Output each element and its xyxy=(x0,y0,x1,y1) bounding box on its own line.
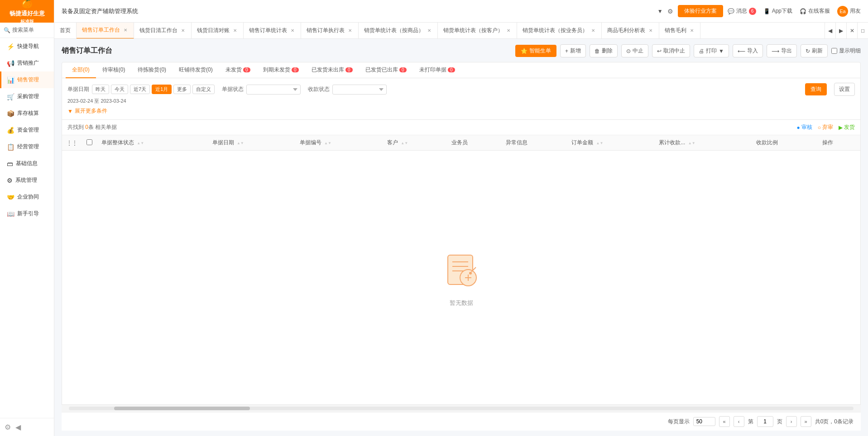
export-btn[interactable]: ⟶ 导出 xyxy=(767,44,797,57)
tab-cash-daily-close[interactable]: ✕ xyxy=(180,27,186,34)
tab-gross-margin[interactable]: 商品毛利分析表 ✕ xyxy=(602,23,659,39)
sidebar-item-system[interactable]: ⚙ 系统管理 xyxy=(0,172,54,189)
col-amount[interactable]: 订单金额 ▲▼ xyxy=(567,135,654,151)
sub-tab-pending-review[interactable]: 待审核(0) xyxy=(96,62,132,78)
date-btn-last7[interactable]: 近7天 xyxy=(130,85,150,94)
horizontal-scrollbar[interactable] xyxy=(62,405,861,412)
page-size-select[interactable]: 50 10 20 100 xyxy=(693,417,715,426)
query-btn[interactable]: 查询 xyxy=(805,83,827,95)
sub-tab-not-printed[interactable]: 未打印单据 0 xyxy=(413,62,461,78)
app-download-btn[interactable]: 📱 App下载 xyxy=(763,7,792,15)
user-profile-btn[interactable]: Ea 用友 xyxy=(837,6,861,17)
scroll-thumb[interactable] xyxy=(114,407,250,410)
tab-sales-stat-staff[interactable]: 销货单统计表（按业务员） ✕ xyxy=(517,23,602,39)
tab-cash-reconcile[interactable]: 钱货日清对账 ✕ xyxy=(192,23,244,39)
sidebar-item-operations[interactable]: 📋 经营管理 xyxy=(0,138,54,155)
sidebar-collapse-btn[interactable]: ◀ xyxy=(15,423,21,431)
cancel-stop-btn[interactable]: ↩ 取消中止 xyxy=(652,44,690,57)
tab-sales-stat-customer[interactable]: 销货单统计表（按客户） ✕ xyxy=(438,23,517,39)
tab-sales-stat-staff-close[interactable]: ✕ xyxy=(590,27,596,34)
sub-tab-shipped-out[interactable]: 已发货已出库 0 xyxy=(359,62,413,78)
show-detail-checkbox[interactable] xyxy=(831,48,837,54)
sub-tab-not-shipped[interactable]: 未发货 0 xyxy=(219,62,257,78)
tab-expand[interactable]: □ xyxy=(857,23,868,39)
sidebar-item-purchase[interactable]: 🛒 采购管理 xyxy=(0,88,54,105)
tab-home[interactable]: 首页 xyxy=(54,23,77,39)
tab-sales-profit[interactable]: 销售毛利 ✕ xyxy=(659,23,700,39)
tab-sales-exec[interactable]: 销售订单执行表 ✕ xyxy=(301,23,359,39)
sub-tab-wangpu[interactable]: 旺铺待发货(0) xyxy=(173,62,219,78)
sidebar-settings-btn[interactable]: ⚙ xyxy=(5,423,11,431)
sidebar-item-finance[interactable]: 💰 资金管理 xyxy=(0,122,54,138)
tab-sales-order[interactable]: 销售订单工作台 ✕ xyxy=(77,23,134,39)
tab-scroll-left[interactable]: ◀ xyxy=(825,23,835,39)
industry-btn[interactable]: 体验行业方案 xyxy=(678,5,723,17)
tab-sales-order-close[interactable]: ✕ xyxy=(123,27,128,33)
action-cancel-btn[interactable]: ○ 弃审 xyxy=(818,123,833,131)
date-btn-more[interactable]: 更多 xyxy=(173,85,191,94)
action-ship-btn[interactable]: ▶ 发货 xyxy=(839,123,855,131)
sub-tab-all[interactable]: 全部(0) xyxy=(66,62,96,78)
tab-sales-profit-close[interactable]: ✕ xyxy=(689,27,695,34)
page-first-btn[interactable]: « xyxy=(719,416,730,427)
sidebar-item-inventory[interactable]: 📦 库存核算 xyxy=(0,105,54,122)
smart-create-btn[interactable]: ⭐ 智能生单 xyxy=(515,45,556,57)
page-next-btn[interactable]: › xyxy=(786,416,797,427)
sidebar-search[interactable]: 🔍 搜索菜单 xyxy=(0,23,54,38)
payment-select[interactable] xyxy=(332,85,387,95)
sidebar-item-enterprise[interactable]: 🤝 企业协同 xyxy=(0,189,54,205)
col-check[interactable] xyxy=(82,135,97,151)
tab-cash-daily[interactable]: 钱货日清工作台 ✕ xyxy=(134,23,192,39)
settings-icon[interactable]: ⚙ xyxy=(667,8,673,15)
tab-close-all[interactable]: ✕ xyxy=(846,23,857,39)
tab-sales-stat-close[interactable]: ✕ xyxy=(290,27,295,34)
sub-tab-overdue-unshipped[interactable]: 到期未发货 0 xyxy=(257,62,305,78)
add-btn[interactable]: + 新增 xyxy=(560,44,586,57)
sub-tab-pending-check[interactable]: 待拣验货(0) xyxy=(131,62,173,78)
message-btn[interactable]: 💬 消息 6 xyxy=(728,7,756,15)
col-customer[interactable]: 客户 ▲▼ xyxy=(383,135,447,151)
col-staff[interactable]: 业务员 xyxy=(447,135,501,151)
sidebar-item-sales[interactable]: 📊 销售管理 xyxy=(0,71,54,88)
date-btn-yesterday[interactable]: 昨天 xyxy=(92,85,109,94)
page-input[interactable] xyxy=(757,416,773,427)
refresh-btn[interactable]: ↻ 刷新 xyxy=(801,44,828,57)
print-btn[interactable]: 🖨 打印 ▼ xyxy=(694,44,729,57)
status-select[interactable] xyxy=(246,85,301,95)
select-all-checkbox[interactable] xyxy=(86,139,92,145)
sidebar-item-marketing[interactable]: 📢 营销推广 xyxy=(0,55,54,71)
page-prev-btn[interactable]: ‹ xyxy=(734,416,744,427)
action-approve-btn[interactable]: ● 审核 xyxy=(797,123,812,131)
col-number[interactable]: 单据编号 ▲▼ xyxy=(295,135,383,151)
sidebar-item-guide[interactable]: 📖 新手引导 xyxy=(0,205,54,222)
delete-btn[interactable]: 🗑 删除 xyxy=(590,44,618,57)
tab-sales-exec-close[interactable]: ✕ xyxy=(347,27,353,34)
date-btn-custom[interactable]: 自定义 xyxy=(192,85,215,94)
tab-cash-reconcile-close[interactable]: ✕ xyxy=(232,27,238,34)
col-cumulative[interactable]: 累计收款... ▲▼ xyxy=(654,135,752,151)
col-date[interactable]: 单据日期 ▲▼ xyxy=(208,135,295,151)
sub-tab-shipped-not-out[interactable]: 已发货未出库 0 xyxy=(305,62,359,78)
tab-scroll-right[interactable]: ▶ xyxy=(835,23,846,39)
tab-sales-stat[interactable]: 销售订单统计表 ✕ xyxy=(244,23,301,39)
stop-btn[interactable]: ⊙ 中止 xyxy=(621,44,648,57)
reset-btn[interactable]: 设置 xyxy=(834,83,855,96)
tab-sales-stat-product-close[interactable]: ✕ xyxy=(427,27,432,34)
col-status[interactable]: 单据整体状态 ▲▼ xyxy=(97,135,208,151)
expand-more-btn[interactable]: ▼ 展开更多条件 xyxy=(67,107,855,115)
topbar-dropdown[interactable]: ▼ xyxy=(657,8,663,14)
tab-sales-stat-product[interactable]: 销货单统计表（按商品） ✕ xyxy=(359,23,438,39)
user-name: 用友 xyxy=(850,7,861,15)
online-service-btn[interactable]: 🎧 在线客服 xyxy=(800,7,830,15)
sidebar-item-base[interactable]: 🗃 基础信息 xyxy=(0,155,54,172)
page-last-btn[interactable]: » xyxy=(801,416,811,427)
col-ratio[interactable]: 收款比例 xyxy=(752,135,818,151)
sidebar-item-quick-nav[interactable]: ⚡ 快捷导航 xyxy=(0,38,54,55)
date-btn-today[interactable]: 今天 xyxy=(111,85,128,94)
col-abnormal[interactable]: 异常信息 xyxy=(501,135,567,151)
show-detail-label[interactable]: 显示明细 xyxy=(831,47,861,55)
date-btn-last1month[interactable]: 近1月 xyxy=(152,85,172,94)
tab-gross-margin-close[interactable]: ✕ xyxy=(648,27,653,34)
import-btn[interactable]: ⟵ 导入 xyxy=(733,44,763,57)
tab-sales-stat-customer-close[interactable]: ✕ xyxy=(506,27,511,34)
